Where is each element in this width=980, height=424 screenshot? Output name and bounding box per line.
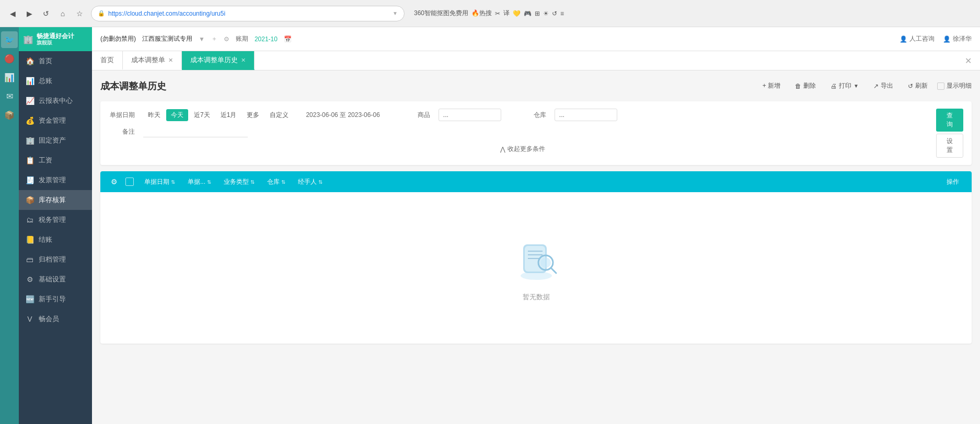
date-btn-2[interactable]: 近7天 bbox=[189, 109, 215, 121]
user-profile-btn[interactable]: 👤 徐泽华 bbox=[943, 34, 972, 43]
sidebar-menu: 🏠首页📊总账📈云报表中心💰资金管理🏢固定资产📋工资🧾发票管理📦库存核算🗂税务管理… bbox=[19, 51, 92, 424]
sidebar-item-invoices[interactable]: 🧾发票管理 bbox=[19, 170, 92, 190]
sidebar-item-membership[interactable]: V畅会员 bbox=[19, 309, 92, 329]
collapse-btn[interactable]: ⋀ 收起更多条件 bbox=[109, 143, 936, 156]
sidebar-label-home: 首页 bbox=[39, 56, 52, 66]
icon-sidebar-item-3[interactable]: ✉ bbox=[1, 88, 18, 104]
sidebar-label-inventory: 库存核算 bbox=[39, 195, 66, 205]
sidebar-item-inventory[interactable]: 📦库存核算 bbox=[19, 190, 92, 210]
settings-sm-button[interactable]: 设置 bbox=[936, 134, 963, 158]
table-col-label-0: 单据日期 bbox=[144, 178, 169, 186]
user-avatar-icon: 👤 bbox=[943, 36, 951, 43]
table-col-1[interactable]: 单据...⇅ bbox=[181, 178, 217, 186]
dropdown-arrow[interactable]: ▼ bbox=[199, 36, 205, 43]
table-settings-icon[interactable]: ⚙ bbox=[107, 174, 121, 189]
icon-sidebar-logo[interactable]: 🐦 bbox=[1, 31, 18, 48]
sidebar-item-settings[interactable]: ⚙基础设置 bbox=[19, 269, 92, 289]
page-actions: + 新增 🗑 删除 🖨 打印 ▼ ↗ 导出 ↺ bbox=[757, 79, 972, 93]
date-btn-5[interactable]: 自定义 bbox=[265, 109, 293, 121]
table-select-all-checkbox[interactable] bbox=[125, 178, 134, 186]
tab-cost-adjust-history[interactable]: 成本调整单历史 ✕ bbox=[182, 51, 255, 70]
sidebar-label-archive: 归档管理 bbox=[39, 255, 66, 264]
filter-row-2: 备注 bbox=[109, 126, 936, 137]
calendar-icon[interactable]: 📅 bbox=[284, 36, 292, 43]
refresh-button[interactable]: ↺ 刷新 bbox=[903, 79, 933, 93]
display-toggle-checkbox[interactable] bbox=[937, 83, 944, 90]
sidebar-icon-guide: 🆕 bbox=[25, 295, 34, 303]
sidebar-item-ledger[interactable]: 📊总账 bbox=[19, 71, 92, 91]
close-all-icon[interactable]: ✕ bbox=[965, 56, 972, 66]
page-title: 成本调整单历史 bbox=[100, 80, 166, 92]
sidebar-icon-funds: 💰 bbox=[25, 116, 34, 125]
star-button[interactable]: ☆ bbox=[72, 6, 87, 21]
tab-cost-adjust-history-close[interactable]: ✕ bbox=[241, 57, 246, 64]
print-button[interactable]: 🖨 打印 ▼ bbox=[825, 79, 864, 93]
refresh-button[interactable]: ↺ bbox=[39, 6, 53, 21]
table-col-label-3: 仓库 bbox=[267, 178, 280, 186]
sidebar-item-guide[interactable]: 🆕新手引导 bbox=[19, 289, 92, 309]
table-col-label-2: 业务类型 bbox=[224, 178, 249, 186]
add-icon[interactable]: ＋ bbox=[211, 34, 217, 43]
icon-sidebar-item-2[interactable]: 📊 bbox=[1, 69, 18, 86]
query-button[interactable]: 查询 bbox=[936, 109, 963, 132]
grid-icon: ⊞ bbox=[535, 10, 540, 17]
back-button[interactable]: ◀ bbox=[5, 6, 20, 21]
main-content: (勿删勿禁用) 江西服宝测试专用 ▼ ＋ ⚙ 账期 2021-10 📅 👤 人工… bbox=[92, 27, 980, 424]
username-label: 徐泽华 bbox=[953, 34, 972, 43]
sidebar-item-salary[interactable]: 📋工资 bbox=[19, 150, 92, 170]
home-button[interactable]: ⌂ bbox=[55, 6, 70, 21]
sidebar-item-reports[interactable]: 📈云报表中心 bbox=[19, 91, 92, 111]
sidebar-icon-home: 🏠 bbox=[25, 57, 34, 65]
date-btn-0[interactable]: 昨天 bbox=[143, 109, 165, 121]
tab-cost-adjust-close[interactable]: ✕ bbox=[168, 57, 173, 64]
sidebar-item-funds[interactable]: 💰资金管理 bbox=[19, 111, 92, 131]
tab-home-label: 首页 bbox=[100, 55, 114, 65]
print-label: 打印 bbox=[839, 81, 851, 90]
main-sidebar: 🏢 畅捷通好会计 旗舰版 🏠首页📊总账📈云报表中心💰资金管理🏢固定资产📋工资🧾发… bbox=[19, 27, 92, 424]
sidebar-label-fixed-assets: 固定资产 bbox=[39, 136, 66, 145]
sort-icon-2: ⇅ bbox=[250, 179, 255, 185]
address-bar[interactable]: 🔒 https://cloud.chanjet.com/accounting/u… bbox=[91, 6, 405, 21]
display-toggle[interactable]: 显示明细 bbox=[937, 81, 972, 90]
filter-row-1: 单据日期 昨天今天近7天近1月更多自定义 2023-06-06 至 2023-0… bbox=[109, 109, 936, 121]
forward-button[interactable]: ▶ bbox=[22, 6, 37, 21]
delete-button[interactable]: 🗑 删除 bbox=[790, 79, 821, 93]
sidebar-icon-salary: 📋 bbox=[25, 156, 34, 164]
consulting-icon: 👤 bbox=[900, 36, 907, 43]
date-btn-1[interactable]: 今天 bbox=[166, 109, 188, 121]
export-button[interactable]: ↗ 导出 bbox=[868, 79, 898, 93]
sidebar-item-tax[interactable]: 🗂税务管理 bbox=[19, 210, 92, 230]
tabs-bar: 首页 成本调整单 ✕ 成本调整单历史 ✕ ✕ bbox=[92, 51, 980, 70]
sidebar-item-bookkeeping[interactable]: 📒结账 bbox=[19, 230, 92, 250]
table-col-4[interactable]: 经手人⇅ bbox=[292, 178, 329, 186]
tab-cost-adjust[interactable]: 成本调整单 ✕ bbox=[123, 51, 182, 70]
warehouse-select[interactable]: ... bbox=[555, 109, 617, 121]
sidebar-item-archive[interactable]: 🗃归档管理 bbox=[19, 250, 92, 269]
export-label: 导出 bbox=[881, 81, 893, 90]
add-button[interactable]: + 新增 bbox=[757, 79, 786, 93]
consulting-btn[interactable]: 👤 人工咨询 bbox=[900, 34, 935, 43]
dropdown-icon: ▼ bbox=[393, 10, 398, 16]
sidebar-icon-fixed-assets: 🏢 bbox=[25, 136, 34, 145]
tab-home[interactable]: 首页 bbox=[92, 51, 123, 70]
sidebar-item-fixed-assets[interactable]: 🏢固定资产 bbox=[19, 131, 92, 150]
date-btn-4[interactable]: 更多 bbox=[242, 109, 264, 121]
icon-sidebar-item-4[interactable]: 📦 bbox=[1, 107, 18, 123]
date-buttons: 昨天今天近7天近1月更多自定义 bbox=[143, 109, 293, 121]
delete-icon: 🗑 bbox=[795, 83, 801, 90]
sidebar-item-home[interactable]: 🏠首页 bbox=[19, 51, 92, 71]
table-col-3[interactable]: 仓库⇅ bbox=[261, 178, 292, 186]
table-col-0[interactable]: 单据日期⇅ bbox=[138, 178, 181, 186]
print-dropdown-icon: ▼ bbox=[854, 83, 859, 89]
remark-input[interactable] bbox=[143, 126, 248, 137]
hot-search-label: 🔥热搜 bbox=[471, 9, 492, 18]
settings-icon[interactable]: ⚙ bbox=[224, 36, 229, 43]
date-btn-3[interactable]: 近1月 bbox=[216, 109, 241, 121]
icon-sidebar-item-1[interactable]: 🔴 bbox=[1, 50, 18, 67]
consulting-label: 人工咨询 bbox=[909, 34, 935, 43]
filter-fields: 单据日期 昨天今天近7天近1月更多自定义 2023-06-06 至 2023-0… bbox=[109, 109, 936, 156]
sort-icon-0: ⇅ bbox=[171, 179, 175, 185]
table-col-2[interactable]: 业务类型⇅ bbox=[217, 178, 261, 186]
goods-select[interactable]: ... bbox=[439, 109, 501, 121]
page-content: 成本调整单历史 + 新增 🗑 删除 🖨 打印 ▼ ↗ 导出 bbox=[92, 70, 980, 424]
